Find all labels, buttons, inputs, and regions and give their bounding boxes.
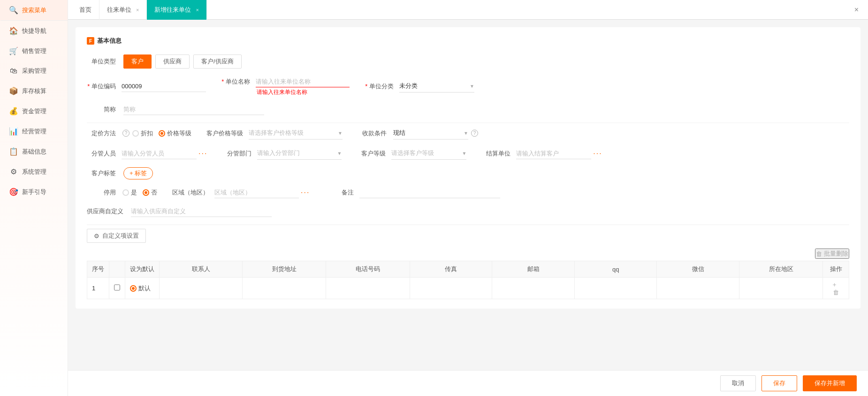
sidebar-item-basic[interactable]: 📋 基础信息: [0, 141, 68, 162]
col-qq: qq: [575, 261, 657, 278]
address-input[interactable]: [247, 285, 321, 292]
customer-level-select[interactable]: 请选择客户等级 ▼: [391, 147, 466, 160]
sidebar-item-guide[interactable]: 🎯 新手引导: [0, 182, 68, 202]
department-placeholder: 请输入分管部门: [257, 149, 335, 157]
operations-icon: 📊: [9, 127, 18, 136]
region-table-input[interactable]: [744, 285, 818, 292]
unit-category-arrow: ▼: [470, 84, 474, 89]
custom-settings-button[interactable]: ⚙ 自定义项设置: [87, 229, 146, 243]
qq-input[interactable]: [579, 285, 652, 292]
payment-terms-arrow: ▼: [464, 131, 468, 136]
region-input[interactable]: [214, 187, 299, 198]
email-input[interactable]: [497, 285, 570, 292]
region-more[interactable]: ···: [301, 188, 310, 197]
fax-input[interactable]: [415, 285, 487, 292]
sidebar: 🔍 搜索菜单 🏠 快捷导航 🛒 销售管理 🛍 采购管理 📦 库存核算 💰 资金管…: [0, 0, 68, 396]
col-phone: 电话号码: [326, 261, 410, 278]
pricing-price-level-radio[interactable]: [159, 130, 165, 137]
sidebar-item-search[interactable]: 🔍 搜索菜单: [0, 0, 68, 21]
payment-terms-help-icon[interactable]: ?: [471, 130, 478, 137]
save-button[interactable]: 保存: [761, 375, 797, 391]
remark-input[interactable]: [359, 187, 500, 198]
cancel-button[interactable]: 取消: [720, 375, 756, 391]
default-radio[interactable]: [130, 285, 137, 292]
tab-partners[interactable]: 往来单位 ×: [99, 0, 147, 20]
row-checkbox[interactable]: [114, 284, 120, 291]
unit-type-customer[interactable]: 客户: [123, 54, 152, 69]
sidebar-label-guide: 新手引导: [22, 188, 46, 196]
table-row: 1 默认: [87, 278, 849, 299]
disabled-no[interactable]: 否: [143, 188, 157, 197]
col-action: 操作: [823, 261, 849, 278]
cell-wechat: [657, 278, 739, 299]
pricing-price-level-label: 价格等级: [167, 129, 191, 138]
manager-more[interactable]: ···: [198, 149, 207, 158]
disabled-no-radio[interactable]: [143, 189, 149, 196]
manager-input[interactable]: [122, 148, 197, 159]
col-contact: 联系人: [160, 261, 243, 278]
unit-code-input[interactable]: [122, 81, 206, 92]
add-tag-button[interactable]: + 标签: [123, 167, 153, 179]
settlement-label: 结算单位: [481, 149, 514, 158]
department-select[interactable]: 请输入分管部门 ▼: [257, 147, 342, 160]
sidebar-label-finance: 资金管理: [22, 107, 46, 116]
disabled-yes[interactable]: 是: [122, 188, 137, 197]
pricing-help-icon[interactable]: ?: [122, 130, 129, 137]
payment-terms-select[interactable]: 现结 ▼: [393, 127, 468, 140]
pricing-price-level[interactable]: 价格等级: [159, 129, 191, 138]
save-new-button[interactable]: 保存并新增: [803, 375, 857, 391]
customer-level-group: 客户等级 请选择客户等级 ▼: [357, 147, 466, 160]
bulk-delete-icon: 🗑: [816, 250, 822, 257]
disabled-radio-group: 是 否: [122, 188, 157, 197]
tab-new-partner-close[interactable]: ×: [196, 7, 198, 13]
sidebar-item-inventory[interactable]: 📦 库存核算: [0, 81, 68, 101]
customer-price-level-label: 客户价格等级: [206, 129, 247, 138]
pricing-discount[interactable]: 折扣: [132, 129, 153, 138]
customer-price-level-placeholder: 请选择客户价格等级: [249, 129, 336, 137]
cell-default: 默认: [125, 278, 160, 299]
remark-label: 备注: [325, 188, 358, 197]
unit-name-input[interactable]: [256, 76, 350, 87]
region-group: 区域（地区） ···: [172, 187, 310, 198]
supplier-custom-input[interactable]: [131, 206, 272, 217]
wechat-input[interactable]: [662, 285, 734, 292]
pricing-discount-radio[interactable]: [132, 130, 139, 137]
window-close-button[interactable]: ×: [849, 6, 864, 14]
add-row-icon[interactable]: ＋: [831, 281, 838, 288]
col-fax: 传真: [410, 261, 492, 278]
cell-action: ＋ 🗑: [823, 278, 849, 299]
unit-category-select[interactable]: 未分类 ▼: [399, 80, 474, 93]
sidebar-item-sales[interactable]: 🛒 销售管理: [0, 41, 68, 61]
form-card: F 基本信息 单位类型 客户 供应商 客户/供应商 单位编码: [76, 27, 860, 309]
search-icon: 🔍: [9, 6, 18, 15]
delete-row-icon[interactable]: 🗑: [833, 289, 839, 296]
cell-email: [492, 278, 575, 299]
settlement-input[interactable]: [516, 148, 591, 159]
disabled-no-label: 否: [151, 188, 157, 197]
cell-phone: [326, 278, 410, 299]
tab-home[interactable]: 首页: [72, 0, 99, 20]
tab-partners-close[interactable]: ×: [136, 7, 139, 13]
customer-price-level-select[interactable]: 请选择客户价格等级 ▼: [249, 127, 343, 140]
phone-input[interactable]: [331, 285, 404, 292]
short-name-input[interactable]: [123, 104, 264, 115]
sidebar-label-inventory: 库存核算: [22, 87, 46, 95]
sidebar-item-finance[interactable]: 💰 资金管理: [0, 101, 68, 121]
col-checkbox: [109, 261, 125, 278]
disabled-yes-radio[interactable]: [122, 189, 129, 196]
settlement-group: 结算单位 ···: [481, 148, 602, 159]
section-title-text: 基本信息: [97, 37, 122, 45]
sidebar-item-system[interactable]: ⚙ 系统管理: [0, 162, 68, 182]
unit-type-supplier[interactable]: 供应商: [155, 54, 190, 69]
short-name-label: 简称: [87, 105, 120, 114]
sidebar-item-quicknav[interactable]: 🏠 快捷导航: [0, 21, 68, 41]
contact-input[interactable]: [164, 285, 237, 292]
settlement-more[interactable]: ···: [593, 149, 602, 158]
unit-type-both[interactable]: 客户/供应商: [193, 54, 242, 69]
customer-level-arrow: ▼: [462, 151, 466, 156]
sidebar-item-purchase[interactable]: 🛍 采购管理: [0, 61, 68, 81]
tab-new-partner[interactable]: 新增往来单位 ×: [147, 0, 206, 20]
sidebar-item-operations[interactable]: 📊 经营管理: [0, 121, 68, 141]
bulk-delete-button[interactable]: 🗑 批量删除: [815, 248, 849, 259]
default-radio-item[interactable]: 默认: [130, 284, 154, 293]
